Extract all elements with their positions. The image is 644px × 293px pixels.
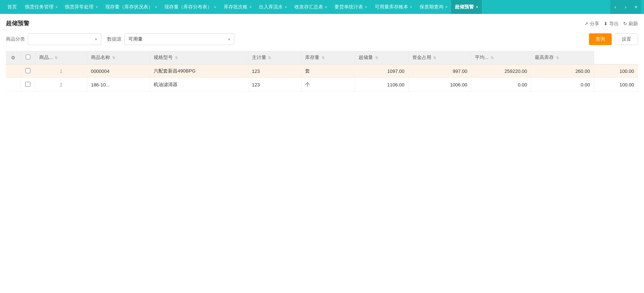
col-unit[interactable]: 主计量 ⇅ (248, 51, 301, 64)
share-icon: ↗ (584, 21, 588, 26)
page-content: 超储预警 ↗ 分享 ⬇ 导出 ↻ 刷新 商品分类 ▾ 数据源 (0, 14, 644, 293)
filter-row: 商品分类 ▾ 数据源 可用量 ▾ 查询 设置 (6, 33, 638, 45)
col-productCode[interactable]: 商品... ⇅ (35, 51, 87, 64)
col-checkbox[interactable] (21, 51, 35, 64)
cell-spec: 123 (248, 78, 301, 92)
query-button[interactable]: 查询 (589, 33, 612, 45)
cell-productCode: 0000004 (87, 64, 150, 78)
close-tab-8[interactable]: × (410, 5, 412, 9)
cell-maxStock: 100.00 (594, 64, 638, 78)
page-title: 超储预警 (6, 20, 29, 27)
datasource-label: 数据源 (107, 36, 121, 42)
cell-rowNum: 2 (35, 78, 87, 92)
row-checkbox-0[interactable] (25, 68, 30, 73)
cell-avgPrice: 0.00 (531, 78, 594, 92)
cell-overstock: 997.00 (408, 64, 471, 78)
col-settings[interactable]: ⚙ (6, 51, 21, 64)
cell-productCode: 186-10... (87, 78, 150, 92)
datasource-arrow-icon: ▾ (228, 37, 230, 42)
nav-tab-inoutflow[interactable]: 出入库流水 × (255, 0, 290, 14)
nav-tab-pickingTask[interactable]: 拣货任务管理 × (21, 0, 61, 14)
sort-icon-overstock: ⇅ (375, 56, 378, 60)
row-checkbox-1[interactable] (25, 82, 30, 87)
nav-tab-requisition[interactable]: 要货单统计表 × (331, 0, 371, 14)
cell-stock: 1106.00 (355, 78, 409, 92)
close-tab-9[interactable]: × (445, 5, 447, 9)
table-header-row: ⚙ 商品... ⇅ 商品名称 ⇅ 规格型号 ⇅ 主计量 (6, 51, 638, 64)
close-tab-2[interactable]: × (155, 5, 157, 9)
category-label: 商品分类 (6, 36, 25, 42)
datasource-select[interactable]: 可用量 ▾ (124, 33, 234, 45)
table-row: 1 0000004 六配套新昌490BPG 123 套 1097.00 997.… (6, 64, 638, 78)
nav-tab-stockDist[interactable]: 现存量（库存分布表） × (161, 0, 220, 14)
nav-tab-available[interactable]: 可用量库存账本 × (371, 0, 416, 14)
nav-home[interactable]: 首页 (3, 4, 21, 10)
cell-unit: 套 (301, 64, 355, 78)
row-settings-cell (6, 78, 21, 92)
cell-spec: 123 (248, 64, 301, 78)
close-tab-10[interactable]: × (476, 5, 478, 9)
header-actions: ↗ 分享 ⬇ 导出 ↻ 刷新 (584, 21, 638, 27)
refresh-icon: ↻ (623, 21, 627, 26)
nav-arrow-close[interactable]: × (631, 0, 641, 14)
cell-maxStock: 100.00 (594, 78, 638, 92)
close-tab-1[interactable]: × (95, 5, 98, 9)
close-tab-6[interactable]: × (325, 5, 327, 9)
cell-productName: 六配套新昌490BPG (150, 64, 248, 78)
col-avgPrice[interactable]: 平均... ⇅ (471, 51, 531, 64)
nav-arrow-right[interactable]: › (621, 0, 631, 14)
row-settings-cell (6, 64, 21, 78)
nav-tab-overstock[interactable]: 超储预警 × (451, 0, 482, 14)
sort-icon-productCode: ⇅ (55, 56, 58, 60)
sort-icon-capital: ⇅ (433, 56, 436, 60)
col-stock[interactable]: 库存量 ⇅ (301, 51, 355, 64)
col-overstock[interactable]: 超储量 ⇅ (355, 51, 409, 64)
sort-icon-spec: ⇅ (175, 56, 178, 60)
col-capital[interactable]: 资金占用 ⇅ (408, 51, 471, 64)
sort-icon-stock: ⇅ (322, 56, 325, 60)
nav-tab-summary[interactable]: 收发存汇总表 × (291, 0, 331, 14)
nav-tab-batchAccount[interactable]: 库存批次账 × (220, 0, 255, 14)
sort-icon-unit: ⇅ (268, 56, 271, 60)
category-filter-group: 商品分类 ▾ (6, 33, 101, 45)
col-spec[interactable]: 规格型号 ⇅ (150, 51, 248, 64)
category-select[interactable]: ▾ (28, 33, 101, 45)
export-icon: ⬇ (604, 21, 608, 26)
col-maxStock[interactable]: 最高库存 ⇅ (531, 51, 594, 64)
share-button[interactable]: ↗ 分享 (584, 21, 599, 27)
sort-icon-maxStock: ⇅ (556, 56, 559, 60)
row-checkbox-cell[interactable] (21, 78, 35, 92)
nav-arrow-left[interactable]: ‹ (610, 0, 621, 14)
col-productName[interactable]: 商品名称 ⇅ (87, 51, 150, 64)
nav-tab-stockStatus[interactable]: 现存量（库存状况表） × (102, 0, 161, 14)
cell-overstock: 1006.00 (408, 78, 471, 92)
cell-rowNum: 1 (35, 64, 87, 78)
cell-stock: 1097.00 (355, 64, 409, 78)
refresh-button[interactable]: ↻ 刷新 (623, 21, 638, 27)
cell-capitalOccupied: 0.00 (471, 78, 531, 92)
settings-button[interactable]: 设置 (615, 33, 638, 45)
close-tab-3[interactable]: × (214, 5, 216, 9)
close-tab-4[interactable]: × (249, 5, 252, 9)
data-table: ⚙ 商品... ⇅ 商品名称 ⇅ 规格型号 ⇅ 主计量 (6, 51, 638, 92)
cell-capitalOccupied: 259220.00 (471, 64, 531, 78)
top-nav: 首页 拣货任务管理 × 拣货异常处理 × 现存量（库存状况表） × 现存量（库存… (0, 0, 644, 14)
close-tab-7[interactable]: × (365, 5, 367, 9)
nav-arrows: ‹ › × (610, 0, 641, 14)
cell-productName: 机油滤清器 (150, 78, 248, 92)
nav-tab-expiry[interactable]: 保质期查询 × (416, 0, 451, 14)
nav-tab-pickingException[interactable]: 拣货异常处理 × (61, 0, 101, 14)
filter-actions: 查询 设置 (589, 33, 638, 45)
cell-unit: 个 (301, 78, 355, 92)
datasource-filter-group: 数据源 可用量 ▾ (107, 33, 234, 45)
page-header: 超储预警 ↗ 分享 ⬇ 导出 ↻ 刷新 (6, 20, 638, 27)
row-checkbox-cell[interactable] (21, 64, 35, 78)
export-button[interactable]: ⬇ 导出 (604, 21, 619, 27)
close-tab-0[interactable]: × (55, 5, 58, 9)
select-all-checkbox[interactable] (26, 55, 30, 59)
close-tab-5[interactable]: × (285, 5, 287, 9)
cell-avgPrice: 260.00 (531, 64, 594, 78)
category-arrow-icon: ▾ (95, 37, 97, 42)
gear-icon: ⚙ (11, 55, 15, 60)
sort-icon-productName: ⇅ (112, 56, 115, 60)
